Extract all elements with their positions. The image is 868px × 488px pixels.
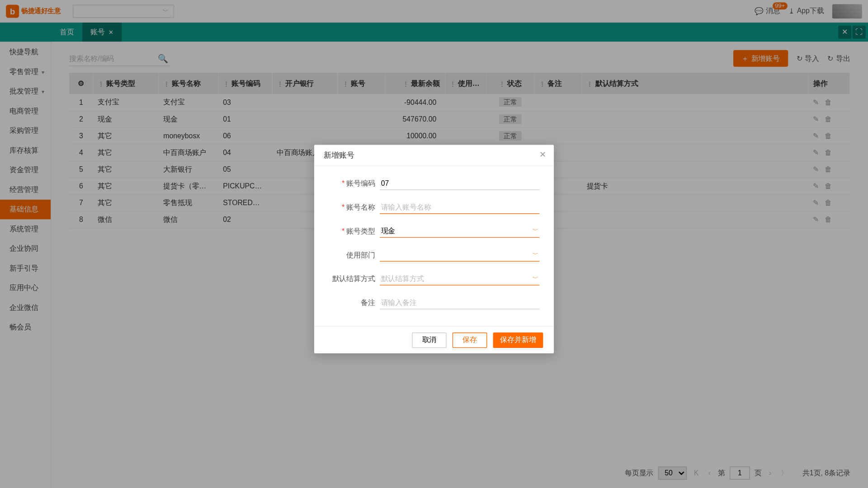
settle-select[interactable] — [380, 272, 539, 286]
name-label: 账号名称 — [346, 203, 375, 211]
add-account-modal: 新增账号 ✕ *账号编码 *账号名称 *账号类型 ﹀ 使用部门 ﹀ 默认结算方式… — [314, 145, 554, 353]
code-input[interactable] — [380, 177, 539, 190]
modal-header: 新增账号 ✕ — [314, 145, 554, 166]
name-input[interactable] — [380, 201, 539, 214]
remark-label: 备注 — [361, 298, 375, 306]
save-and-new-button[interactable]: 保存并新增 — [493, 332, 543, 347]
type-select[interactable] — [380, 225, 539, 238]
code-label: 账号编码 — [346, 179, 375, 187]
modal-close-button[interactable]: ✕ — [539, 150, 547, 159]
save-button[interactable]: 保存 — [453, 332, 487, 347]
settle-label: 默认结算方式 — [332, 274, 375, 282]
cancel-button[interactable]: 取消 — [412, 332, 446, 347]
dept-label: 使用部门 — [346, 251, 375, 259]
remark-input[interactable] — [380, 296, 539, 309]
modal-title: 新增账号 — [324, 150, 355, 161]
type-label: 账号类型 — [346, 227, 375, 235]
dept-select[interactable] — [380, 249, 539, 262]
